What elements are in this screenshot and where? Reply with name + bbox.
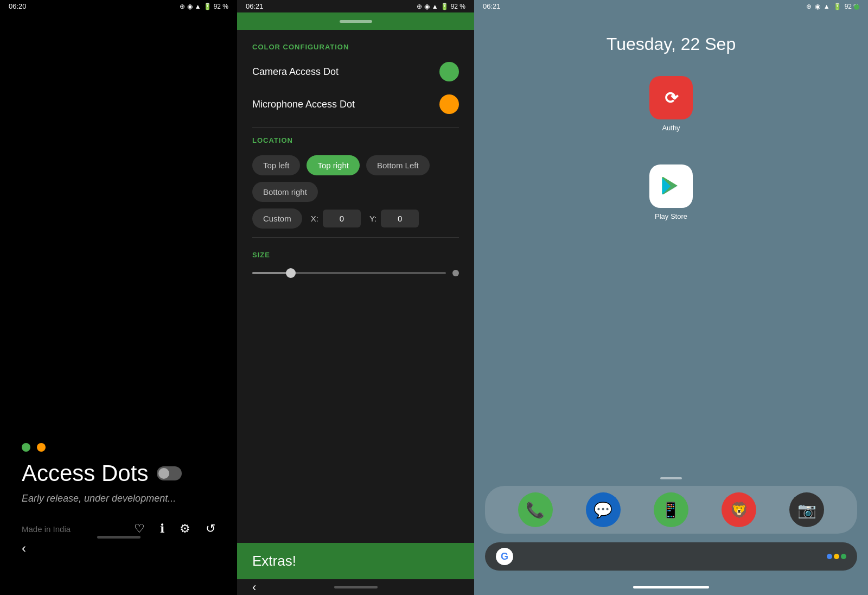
time-panel2: 06:21 (246, 2, 264, 10)
favorite-icon[interactable]: ♡ (134, 522, 145, 536)
nav-back-panel1[interactable]: ‹ (22, 541, 26, 556)
status-icons-panel2: ⊕ ◉ ▲ 🔋 92 % (417, 3, 465, 10)
divider2 (252, 237, 459, 238)
mic-dot-label: Microphone Access Dot (252, 99, 355, 110)
time-panel1: 06:20 (9, 2, 27, 10)
panel-access-dots: 06:20 ⊕ ◉ ▲ 🔋 92 % Access Dots Early rel… (0, 0, 237, 595)
google-search-bar[interactable]: G (485, 542, 857, 571)
sheet-top-bar (237, 12, 474, 30)
drag-handle[interactable] (340, 20, 372, 23)
svg-marker-0 (664, 178, 678, 194)
mic-dot-row: Microphone Access Dot (252, 94, 459, 114)
authy-app-group: ⟳ Authy (649, 76, 693, 132)
camera-dot-row: Camera Access Dot (252, 62, 459, 81)
settings-icon[interactable]: ⚙ (180, 522, 190, 536)
size-label: SIZE (252, 251, 459, 259)
app-subtitle: Early release, under development... (22, 493, 215, 504)
orange-dot (37, 443, 46, 452)
status-icons-panel3: ⊕ ◉ ▲ 🔋 92 % (806, 3, 859, 10)
app-title: Access Dots (22, 460, 148, 486)
mic-color-dot[interactable] (439, 94, 459, 114)
g-dot-green (841, 554, 846, 559)
camera-dot-label: Camera Access Dot (252, 66, 339, 78)
top-right-btn[interactable]: Top right (307, 155, 360, 175)
status-icons-panel1: ⊕ ◉ ▲ 🔋 92 % (180, 3, 228, 10)
playstore-app-group: Play Store (649, 164, 693, 220)
whatsapp-dock-icon[interactable]: 📱 (654, 492, 688, 527)
status-bar-panel3: 06:21 ⊕ ◉ ▲ 🔋 92 % (474, 0, 868, 12)
coord-y-label: Y: (369, 214, 376, 223)
location-buttons-row2: Bottom right (252, 182, 459, 202)
main-toggle[interactable] (157, 466, 182, 480)
app-title-row: Access Dots (22, 460, 215, 486)
app-drawer-handle[interactable] (474, 477, 868, 479)
nav-bar-panel2: ‹ (237, 579, 474, 595)
size-slider-container (252, 270, 459, 276)
status-bar-panel2: 06:21 ⊕ ◉ ▲ 🔋 92 % (237, 0, 474, 12)
nav-back-panel2[interactable]: ‹ (252, 580, 256, 594)
location-label: LOCATION (252, 136, 459, 144)
settings-content: COLOR CONFIGURATION Camera Access Dot Mi… (237, 30, 474, 543)
authy-icon[interactable]: ⟳ (649, 76, 693, 119)
status-bar-panel1: 06:20 ⊕ ◉ ▲ 🔋 92 % (0, 0, 237, 12)
apps-area: ⟳ Authy Play Store (474, 65, 868, 471)
slider-fill (252, 272, 291, 274)
coord-x-group: X: (311, 210, 361, 227)
custom-row: Custom X: Y: (252, 208, 459, 229)
custom-btn[interactable]: Custom (252, 208, 302, 229)
made-in-label: Made in India (22, 524, 71, 534)
camera-dock-icon[interactable]: 📷 (789, 492, 824, 527)
phone-dock-icon[interactable]: 📞 (518, 492, 553, 527)
messages-dock-icon[interactable]: 💬 (586, 492, 621, 527)
nav-pill-panel2 (334, 586, 378, 588)
panel-settings: 06:21 ⊕ ◉ ▲ 🔋 92 % COLOR CONFIGURATION C… (237, 0, 474, 595)
home-nav-bar (474, 581, 868, 595)
info-icon[interactable]: ℹ (160, 522, 164, 536)
top-left-btn[interactable]: Top left (252, 155, 300, 175)
coord-y-input[interactable] (381, 210, 419, 227)
green-dot (22, 443, 30, 452)
bottom-left-btn[interactable]: Bottom Left (366, 155, 430, 175)
color-config-label: COLOR CONFIGURATION (252, 43, 459, 51)
green-status-dot (854, 4, 859, 10)
playstore-icon[interactable] (649, 164, 693, 208)
g-dot-blue (827, 554, 832, 559)
extras-bar[interactable]: Extras! (237, 543, 474, 579)
slider-thumb[interactable] (286, 268, 296, 278)
size-section: SIZE (252, 251, 459, 276)
slider-end-dot (452, 270, 459, 276)
location-section: LOCATION Top left Top right Bottom Left … (252, 136, 459, 229)
g-dot-yellow (834, 554, 839, 559)
authy-label: Authy (662, 124, 680, 132)
access-dots-indicators (22, 443, 215, 452)
home-date: Tuesday, 22 Sep (474, 34, 868, 54)
playstore-label: Play Store (655, 212, 687, 220)
brave-dock-icon[interactable]: 🦁 (722, 492, 756, 527)
app-dock: 📞 💬 📱 🦁 📷 (485, 486, 857, 534)
panel-home-screen: 06:21 ⊕ ◉ ▲ 🔋 92 % Tuesday, 22 Sep ⟳ Aut… (474, 0, 868, 595)
nav-pill-panel1 (97, 536, 141, 539)
divider1 (252, 127, 459, 128)
drawer-handle-line (660, 477, 682, 479)
size-slider-track[interactable] (252, 272, 446, 274)
bottom-icons: ♡ ℹ ⚙ ↺ (134, 522, 215, 536)
extras-label: Extras! (252, 553, 296, 569)
coord-x-input[interactable] (323, 210, 361, 227)
time-panel3: 06:21 (483, 2, 501, 10)
google-dots (827, 554, 846, 559)
google-g-logo: G (496, 548, 513, 565)
history-icon[interactable]: ↺ (206, 522, 215, 536)
home-pill[interactable] (633, 586, 709, 588)
location-buttons-row1: Top left Top right Bottom Left (252, 155, 459, 175)
coord-x-label: X: (311, 214, 318, 223)
camera-color-dot[interactable] (439, 62, 459, 81)
coord-y-group: Y: (369, 210, 419, 227)
bottom-right-btn[interactable]: Bottom right (252, 182, 318, 202)
